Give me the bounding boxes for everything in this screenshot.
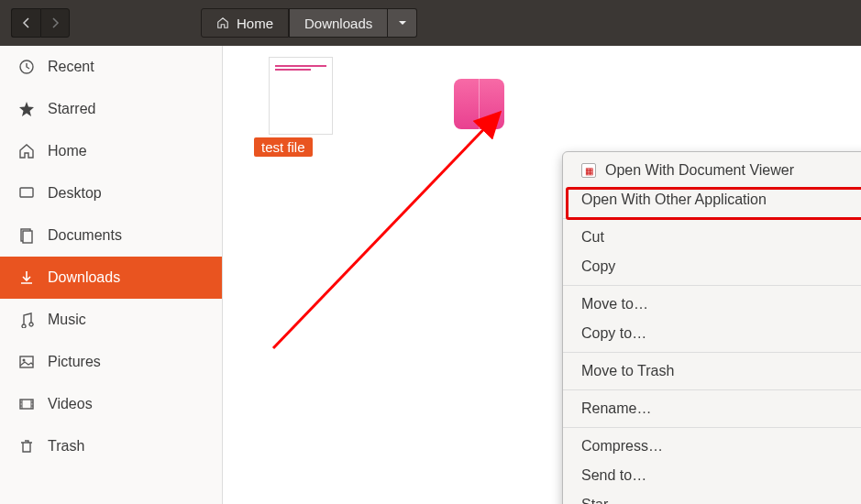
- sidebar-item-label: Videos: [48, 396, 93, 412]
- sidebar-item-downloads[interactable]: Downloads: [0, 257, 222, 299]
- sidebar-item-label: Home: [48, 143, 87, 159]
- ctx-star[interactable]: Star: [563, 490, 861, 504]
- ctx-label: Move to Trash: [581, 363, 674, 379]
- sidebar-item-label: Music: [48, 312, 86, 328]
- forward-button[interactable]: [40, 8, 70, 38]
- annotation-arrow: [172, 82, 585, 357]
- ctx-label: Send to…: [581, 467, 646, 484]
- toolbar: Home Downloads: [0, 0, 861, 46]
- ctx-trash[interactable]: Move to Trash Delete: [563, 356, 861, 386]
- sidebar: Recent Starred Home Desktop Documents Do…: [0, 46, 223, 504]
- nav-buttons: [11, 8, 70, 38]
- svg-rect-4: [20, 356, 33, 367]
- videos-icon: [18, 396, 35, 412]
- documents-icon: [18, 227, 35, 244]
- sidebar-item-music[interactable]: Music: [0, 299, 222, 341]
- ctx-label: Star: [581, 497, 608, 504]
- ctx-label: Open With Other Application: [581, 192, 767, 208]
- sidebar-item-label: Downloads: [48, 269, 120, 286]
- ctx-copy[interactable]: Copy Ctrl+C: [563, 252, 861, 281]
- ctx-compress[interactable]: Compress…: [563, 432, 861, 461]
- ctx-cut[interactable]: Cut Ctrl+X: [563, 223, 861, 252]
- ctx-send-to[interactable]: Send to…: [563, 461, 861, 490]
- ctx-move-to[interactable]: Move to…: [563, 290, 861, 319]
- ctx-label: Open With Document Viewer: [605, 162, 794, 179]
- ctx-label: Cut: [581, 229, 604, 246]
- trash-icon: [18, 438, 35, 455]
- sidebar-item-documents[interactable]: Documents: [0, 214, 222, 257]
- svg-rect-1: [20, 188, 33, 197]
- sidebar-item-label: Documents: [48, 227, 122, 244]
- svg-point-5: [23, 359, 26, 362]
- ctx-label: Copy: [581, 258, 615, 275]
- home-icon: [216, 16, 229, 29]
- ctx-open-document-viewer[interactable]: ▦Open With Document Viewer Return: [563, 156, 861, 185]
- ctx-rename[interactable]: Rename… F2: [563, 394, 861, 423]
- menu-separator: [563, 285, 861, 286]
- menu-separator: [563, 427, 861, 428]
- ctx-open-other-app[interactable]: Open With Other Application: [563, 185, 861, 214]
- document-viewer-icon: ▦: [581, 163, 596, 178]
- home-icon: [18, 143, 35, 159]
- breadcrumb: Home Downloads: [201, 8, 417, 38]
- sidebar-item-starred[interactable]: Starred: [0, 88, 222, 130]
- sidebar-item-recent[interactable]: Recent: [0, 46, 222, 88]
- breadcrumb-home-label: Home: [237, 16, 273, 31]
- sidebar-item-trash[interactable]: Trash: [0, 425, 222, 467]
- breadcrumb-current[interactable]: Downloads: [289, 8, 388, 38]
- clock-icon: [18, 59, 35, 75]
- back-button[interactable]: [11, 8, 40, 38]
- downloads-icon: [18, 269, 35, 286]
- breadcrumb-current-label: Downloads: [304, 16, 372, 31]
- chevron-left-icon: [22, 17, 31, 28]
- ctx-label: Rename…: [581, 400, 651, 417]
- sidebar-item-pictures[interactable]: Pictures: [0, 341, 222, 383]
- breadcrumb-dropdown[interactable]: [388, 8, 417, 38]
- pictures-icon: [18, 354, 35, 370]
- music-icon: [18, 312, 35, 328]
- ctx-label: Copy to…: [581, 325, 646, 342]
- content-area: test file ▦Open With Document Viewer Ret…: [223, 46, 861, 504]
- svg-rect-3: [23, 231, 32, 243]
- sidebar-item-label: Desktop: [48, 185, 102, 202]
- sidebar-item-label: Recent: [48, 59, 94, 75]
- menu-separator: [563, 389, 861, 390]
- sidebar-item-label: Trash: [48, 438, 84, 455]
- sidebar-item-home[interactable]: Home: [0, 130, 222, 172]
- file-item[interactable]: [269, 57, 333, 135]
- sidebar-item-label: Starred: [48, 101, 95, 117]
- ctx-copy-to[interactable]: Copy to…: [563, 319, 861, 348]
- chevron-right-icon: [50, 17, 60, 28]
- menu-separator: [563, 218, 861, 219]
- sidebar-item-label: Pictures: [48, 354, 101, 370]
- application-icon[interactable]: [454, 79, 504, 129]
- chevron-down-icon: [398, 19, 407, 27]
- breadcrumb-home[interactable]: Home: [201, 8, 289, 38]
- star-icon: [18, 101, 35, 117]
- ctx-label: Move to…: [581, 296, 648, 312]
- sidebar-item-desktop[interactable]: Desktop: [0, 172, 222, 214]
- ctx-label: Compress…: [581, 438, 663, 455]
- file-name-label: test file: [254, 137, 313, 157]
- sidebar-item-videos[interactable]: Videos: [0, 383, 222, 425]
- desktop-icon: [18, 185, 35, 202]
- context-menu: ▦Open With Document Viewer Return Open W…: [562, 151, 861, 504]
- menu-separator: [563, 352, 861, 353]
